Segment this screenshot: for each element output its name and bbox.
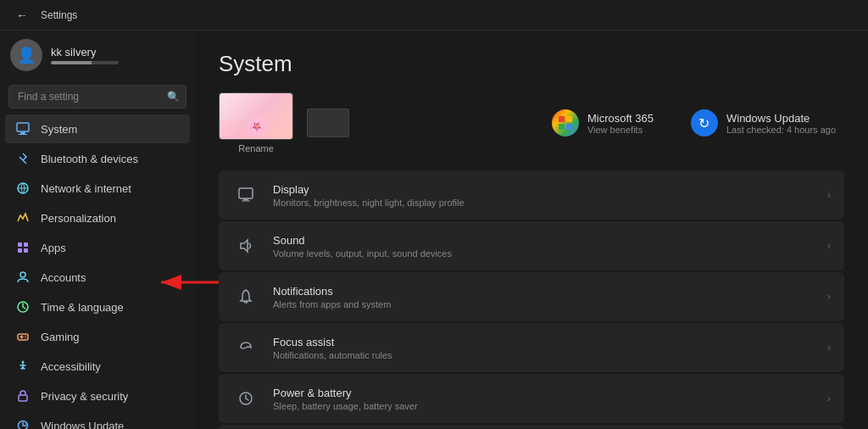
sidebar-item-label-accessibility: Accessibility [41, 360, 101, 373]
winupdate-title: Windows Update [726, 112, 836, 125]
display-icon [232, 181, 259, 209]
setting-item-sound[interactable]: SoundVolume levels, output, input, sound… [219, 221, 844, 270]
power-battery-text: Power & batterySleep, battery usage, bat… [273, 387, 814, 411]
setting-item-display[interactable]: DisplayMonitors, brightness, night light… [219, 170, 844, 220]
notifications-chevron: › [827, 291, 831, 303]
sidebar-item-gaming[interactable]: Gaming [5, 322, 190, 351]
sidebar-item-label-system: System [41, 123, 77, 136]
system-nav-icon [15, 121, 31, 136]
sidebar-item-label-personalization: Personalization [41, 212, 116, 225]
user-bar [51, 61, 119, 64]
svg-point-8 [20, 272, 25, 277]
svg-rect-17 [566, 124, 572, 130]
search-input[interactable] [8, 85, 186, 109]
svg-rect-12 [19, 395, 27, 401]
accounts-nav-icon [15, 270, 31, 285]
notifications-text: NotificationsAlerts from apps and system [273, 285, 814, 309]
network-nav-icon [15, 181, 31, 196]
user-profile[interactable]: 👤 kk silvery [0, 31, 195, 80]
power-battery-title: Power & battery [273, 387, 814, 399]
setting-item-focus-assist[interactable]: Focus assistNotifications, automatic rul… [219, 323, 844, 372]
bluetooth-nav-icon [15, 151, 31, 166]
page-title: System [219, 51, 844, 77]
search-icon: 🔍 [167, 91, 180, 103]
display-thumbnail[interactable]: Rename [219, 92, 293, 153]
privacy-nav-icon [15, 388, 31, 404]
setting-item-notifications[interactable]: NotificationsAlerts from apps and system… [219, 272, 844, 321]
display-title: Display [273, 183, 814, 196]
sidebar-item-network[interactable]: Network & internet [5, 174, 190, 203]
user-info: kk silvery [51, 46, 119, 64]
sound-desc: Volume levels, output, input, sound devi… [273, 248, 814, 259]
display-preview-image [219, 92, 293, 140]
sidebar-item-time[interactable]: Time & language [5, 292, 190, 321]
sidebar-item-system[interactable]: System [5, 114, 190, 143]
winupdate-shortcut[interactable]: ↻ Windows Update Last checked: 4 hours a… [682, 104, 844, 142]
sidebar-item-label-apps: Apps [41, 242, 66, 254]
time-nav-icon [15, 299, 31, 315]
back-button[interactable]: ← [10, 3, 34, 27]
power-battery-icon [232, 385, 259, 412]
avatar-icon: 👤 [17, 46, 36, 64]
svg-rect-15 [566, 116, 572, 122]
power-battery-desc: Sleep, battery usage, battery saver [273, 401, 814, 411]
svg-rect-6 [18, 248, 22, 253]
sidebar-item-label-accounts: Accounts [41, 271, 86, 284]
display-chevron: › [827, 189, 831, 201]
sound-icon [232, 232, 259, 259]
sidebar-item-personalization[interactable]: Personalization [5, 203, 190, 232]
sidebar-item-label-gaming: Gaming [41, 331, 80, 343]
top-section: Rename Microsoft 365 [219, 92, 844, 153]
display-text: DisplayMonitors, brightness, night light… [273, 183, 814, 208]
power-battery-chevron: › [827, 393, 831, 404]
sidebar-item-accessibility[interactable]: Accessibility [5, 352, 190, 381]
sidebar-item-privacy[interactable]: Privacy & security [5, 382, 190, 410]
svg-rect-19 [243, 199, 248, 201]
notifications-title: Notifications [273, 285, 814, 298]
svg-rect-18 [239, 188, 253, 198]
notifications-icon [232, 283, 259, 310]
notifications-desc: Alerts from apps and system [273, 299, 814, 309]
ms365-text: Microsoft 365 View benefits [587, 112, 654, 135]
sidebar-item-label-bluetooth: Bluetooth & devices [41, 153, 138, 165]
sidebar-item-apps[interactable]: Apps [5, 233, 190, 262]
sidebar-item-label-privacy: Privacy & security [41, 390, 128, 403]
focus-assist-desc: Notifications, automatic rules [273, 350, 814, 360]
display-desc: Monitors, brightness, night light, displ… [273, 198, 814, 208]
focus-assist-icon [232, 334, 259, 361]
sidebar-item-bluetooth[interactable]: Bluetooth & devices [5, 144, 190, 173]
winupdate-icon: ↻ [691, 109, 718, 136]
svg-rect-0 [17, 123, 29, 131]
sidebar-item-label-windows-update: Windows Update [41, 420, 124, 430]
focus-assist-title: Focus assist [273, 336, 814, 348]
gaming-nav-icon [15, 329, 31, 344]
sound-title: Sound [273, 234, 814, 247]
svg-point-11 [22, 361, 25, 364]
user-name: kk silvery [51, 46, 119, 58]
winupdate-text: Windows Update Last checked: 4 hours ago [726, 112, 836, 135]
app-title: Settings [41, 9, 77, 21]
svg-rect-4 [18, 242, 22, 247]
back-icon: ← [16, 8, 28, 22]
settings-list: DisplayMonitors, brightness, night light… [219, 170, 844, 429]
sidebar: 👤 kk silvery 🔍 SystemBluetooth & devices… [0, 31, 195, 429]
shortcut-items: Microsoft 365 View benefits ↻ Windows Up… [543, 104, 844, 142]
setting-item-storage[interactable]: StorageStorage space, drives, configurat… [219, 425, 844, 429]
content-area: System Rename [195, 31, 868, 429]
svg-rect-2 [19, 134, 27, 135]
secondary-display-preview [307, 109, 349, 137]
search-box: 🔍 [8, 85, 186, 109]
svg-rect-5 [24, 242, 28, 247]
ms365-title: Microsoft 365 [587, 112, 654, 125]
svg-marker-21 [241, 240, 248, 252]
sidebar-item-windows-update[interactable]: Windows Update [5, 411, 190, 429]
display-label: Rename [238, 143, 274, 153]
svg-rect-20 [242, 201, 250, 202]
focus-assist-chevron: › [827, 342, 831, 354]
focus-assist-text: Focus assistNotifications, automatic rul… [273, 336, 814, 360]
ms365-shortcut[interactable]: Microsoft 365 View benefits [543, 104, 662, 142]
accessibility-nav-icon [15, 359, 31, 374]
windows-update-nav-icon [15, 418, 31, 429]
sidebar-item-accounts[interactable]: Accounts [5, 263, 190, 292]
setting-item-power-battery[interactable]: Power & batterySleep, battery usage, bat… [219, 374, 844, 423]
